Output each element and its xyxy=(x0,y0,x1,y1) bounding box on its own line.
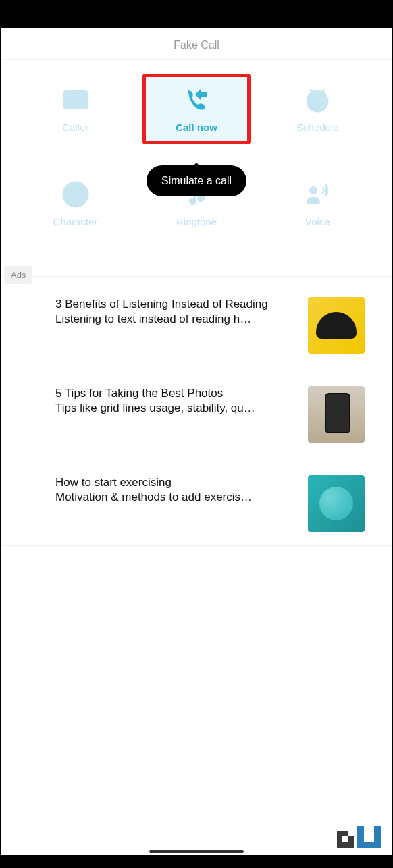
option-label: Call now xyxy=(176,121,217,133)
ad-text: 3 Benefits of Listening Instead of Readi… xyxy=(55,297,294,327)
ad-thumbnail xyxy=(308,475,365,532)
ad-item[interactable]: 3 Benefits of Listening Instead of Readi… xyxy=(55,297,365,354)
ad-desc: Listening to text instead of reading h… xyxy=(55,312,294,327)
ad-thumbnail xyxy=(308,297,365,354)
ad-desc: Tips like grid lines usage, stability, q… xyxy=(55,401,294,416)
option-label: Character xyxy=(53,216,98,227)
option-schedule[interactable]: Schedule xyxy=(264,74,371,144)
ad-title: How to start exercising xyxy=(55,475,294,490)
option-character[interactable]: Character xyxy=(22,171,129,236)
ad-list: 3 Benefits of Listening Instead of Readi… xyxy=(1,277,392,532)
ad-title: 3 Benefits of Listening Instead of Readi… xyxy=(55,297,294,312)
bottom-bar xyxy=(1,855,392,867)
ad-text: How to start exercising Motivation & met… xyxy=(55,475,294,505)
svg-point-7 xyxy=(72,187,80,195)
option-label: Voice xyxy=(305,216,330,227)
option-call-now[interactable]: Call now xyxy=(142,74,250,144)
phone-incoming-icon xyxy=(182,85,211,115)
option-label: Schedule xyxy=(296,121,339,133)
ad-thumbnail xyxy=(308,386,365,443)
ad-item[interactable]: 5 Tips for Taking the Best Photos Tips l… xyxy=(55,386,365,443)
option-label: Caller xyxy=(62,121,88,133)
svg-rect-2 xyxy=(66,103,77,107)
ad-item[interactable]: How to start exercising Motivation & met… xyxy=(55,475,365,532)
svg-point-4 xyxy=(310,89,313,92)
contact-card-icon xyxy=(61,85,90,115)
tooltip: Simulate a call xyxy=(147,165,246,196)
svg-point-5 xyxy=(322,89,325,92)
page-title: Fake Call xyxy=(1,39,392,51)
options-grid: Caller Call now Schedule Character Ringt… xyxy=(1,60,392,276)
voice-icon xyxy=(303,180,332,209)
watermark-logo xyxy=(334,821,388,855)
ad-title: 5 Tips for Taking the Best Photos xyxy=(55,386,294,401)
ad-desc: Motivation & methods to add exercis… xyxy=(55,490,294,505)
ads-section: Ads 3 Benefits of Listening Instead of R… xyxy=(1,276,392,546)
person-icon xyxy=(61,180,90,209)
option-label: Ringtone xyxy=(176,216,217,227)
status-bar xyxy=(1,1,392,28)
option-voice[interactable]: Voice xyxy=(264,171,371,236)
svg-point-8 xyxy=(309,186,317,194)
svg-point-1 xyxy=(68,94,75,101)
app-header: Fake Call xyxy=(1,28,392,60)
home-indicator[interactable] xyxy=(149,850,244,853)
ad-text: 5 Tips for Taking the Best Photos Tips l… xyxy=(55,386,294,416)
clock-icon xyxy=(303,85,332,115)
ads-label: Ads xyxy=(4,266,32,284)
option-caller[interactable]: Caller xyxy=(22,74,129,144)
